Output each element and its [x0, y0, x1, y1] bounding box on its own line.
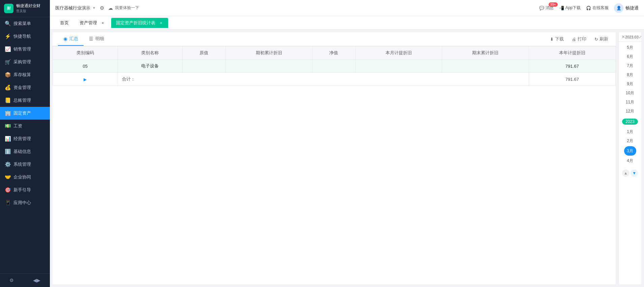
sidebar-item-label: 经营管理 [13, 136, 31, 142]
total-icon: ▶ [84, 77, 87, 82]
refresh-button[interactable]: ↻ 刷新 [592, 35, 610, 43]
sidebar-item-label: 固定资产 [13, 110, 31, 116]
date-month-10[interactable]: 10月 [619, 89, 641, 98]
date-month-5[interactable]: 5月 [619, 43, 641, 52]
date-month-12[interactable]: 12月 [619, 107, 641, 116]
sidebar-item-purchase[interactable]: 🛒 采购管理 [0, 56, 50, 68]
sidebar-item-label: 搜索菜单 [13, 21, 31, 27]
purchase-icon: 🛒 [5, 59, 11, 65]
app-label: App下载 [565, 5, 581, 11]
download-button[interactable]: ⬇ 下载 [548, 35, 566, 43]
table-row: 05 电子设备 791.67 [53, 60, 616, 73]
cell-annual: 791.67 [529, 60, 616, 73]
sidebar-item-basic-info[interactable]: ℹ️ 基础信息 [0, 145, 50, 158]
online-support-button[interactable]: 🎧 在线客服 [586, 5, 609, 11]
sidebar-item-system[interactable]: ⚙️ 系统管理 [0, 158, 50, 171]
date-nav-down[interactable]: ▼ [631, 169, 638, 177]
date-section-pre2023: 5月 6月 7月 8月 9月 10月 11月 12月 [619, 42, 641, 117]
total-annual: 791.67 [529, 73, 616, 86]
sales-icon: 📈 [5, 46, 11, 52]
sidebar-item-enterprise[interactable]: 🤝 企业协同 [0, 171, 50, 184]
sidebar-item-label: 总账管理 [13, 97, 31, 103]
logo-icon: 财 [4, 4, 13, 13]
date-month-6[interactable]: 6月 [619, 52, 641, 61]
download-label: 下载 [555, 36, 564, 42]
message-button[interactable]: 💬 消息 99+ [539, 5, 554, 11]
sidebar-item-management[interactable]: 📊 经营管理 [0, 132, 50, 145]
sidebar-item-payroll[interactable]: 💵 工资 [0, 120, 50, 132]
sidebar-item-sales[interactable]: 📈 销售管理 [0, 43, 50, 56]
col-monthly: 本月计提折旧 [355, 46, 442, 60]
tab-depreciation-label: 固定资产折旧统计表 [116, 20, 155, 26]
sidebar-item-guide[interactable]: 🎯 新手引导 [0, 184, 50, 196]
download-icon: ⬇ [550, 37, 554, 42]
year-2023-badge[interactable]: 2023 [622, 119, 638, 125]
subtab-detail-label: 明细 [95, 36, 104, 42]
subtab-summary[interactable]: ◉ 汇总 [58, 32, 84, 46]
experience-button[interactable]: ☁ 我要体验一下 [108, 5, 139, 11]
avatar: 👤 [614, 3, 623, 13]
col-name: 类别名称 [118, 46, 183, 60]
col-original: 原值 [183, 46, 226, 60]
main-area: 医疗器械行业演示 ▼ ⚙ ☁ 我要体验一下 💬 消息 99+ 📲 App下载 🎧… [50, 0, 644, 287]
sidebar-item-quick-nav[interactable]: ⚡ 快捷导航 [0, 30, 50, 43]
sidebar-item-label: 资金管理 [13, 85, 31, 91]
settings-button[interactable]: ⚙ [7, 276, 17, 284]
subtab-detail[interactable]: ☰ 明细 [84, 32, 110, 46]
panel-date-label: 2023.03 [625, 35, 639, 39]
date-month-2023-4[interactable]: 4月 [619, 156, 641, 165]
tab-depreciation-close[interactable]: × [159, 21, 163, 25]
date-month-11[interactable]: 11月 [619, 98, 641, 107]
cell-net-value [312, 60, 356, 73]
sidebar-item-fixed-assets[interactable]: 🏢 固定资产 [0, 107, 50, 120]
subtab-bar: ◉ 汇总 ☰ 明细 ⬇ 下载 🖨 打印 [53, 32, 616, 46]
cell-initial-accum [225, 60, 312, 73]
company-dropdown-icon: ▼ [92, 6, 96, 10]
refresh-label: 刷新 [600, 36, 608, 42]
settings-gear-button[interactable]: ⚙ [100, 5, 104, 11]
sidebar-item-ledger[interactable]: 📒 总账管理 [0, 94, 50, 107]
date-month-2023-2[interactable]: 2月 [619, 136, 641, 146]
tab-asset-mgmt-label: 资产管理 [80, 20, 97, 26]
app-download-button[interactable]: 📲 App下载 [559, 5, 581, 11]
tab-depreciation-report[interactable]: 固定资产折旧统计表 × [111, 18, 168, 28]
app-icon: 📲 [559, 6, 564, 10]
date-month-7[interactable]: 7月 [619, 61, 641, 70]
date-month-2023-1[interactable]: 1月 [619, 127, 641, 136]
tab-asset-mgmt[interactable]: 资产管理 × [75, 18, 110, 28]
support-label: 在线客服 [592, 5, 609, 11]
sidebar-item-app-center[interactable]: 📱 应用中心 [0, 196, 50, 209]
sidebar-item-inventory[interactable]: 📦 库存核算 [0, 68, 50, 81]
sidebar-item-finance[interactable]: 💰 资金管理 [0, 81, 50, 94]
summary-icon: ◉ [63, 36, 67, 41]
guide-icon: 🎯 [5, 187, 11, 193]
col-annual: 本年计提折旧 [529, 46, 616, 60]
sidebar-item-label: 工资 [13, 123, 22, 129]
sidebar-item-search[interactable]: 🔍 搜索菜单 [0, 17, 50, 30]
refresh-icon: ↻ [594, 37, 598, 42]
sidebar-item-label: 企业协同 [13, 174, 31, 180]
tab-asset-mgmt-close[interactable]: × [100, 21, 105, 25]
date-month-8[interactable]: 8月 [619, 70, 641, 79]
collapse-button[interactable]: ◀▶ [30, 276, 43, 284]
cell-original [183, 60, 226, 73]
sidebar-item-label: 应用中心 [13, 200, 31, 206]
tab-home[interactable]: 首页 [55, 18, 73, 28]
date-scroll[interactable]: 5月 6月 7月 8月 9月 10月 11月 12月 2023 1月 2月 3月 [619, 42, 641, 284]
total-label: 合计： [118, 73, 529, 86]
company-selector[interactable]: 医疗器械行业演示 ▼ [55, 5, 96, 11]
logo-subtitle: 普及版 [16, 9, 40, 13]
date-section-2023: 1月 2月 3月 4月 [619, 126, 641, 167]
panel-expand-button[interactable]: ⤢ [639, 34, 641, 39]
print-button[interactable]: 🖨 打印 [570, 35, 588, 43]
system-icon: ⚙️ [5, 161, 11, 167]
date-month-2023-3-selected[interactable]: 3月 [624, 146, 636, 156]
date-month-9[interactable]: 9月 [619, 79, 641, 89]
subtab-summary-label: 汇总 [69, 36, 78, 42]
table-container: 类别编码 类别名称 原值 期初累计折旧 净值 本月计提折旧 期末累计折旧 本年计… [53, 46, 616, 284]
panel-close-button[interactable]: ✕ [621, 34, 625, 39]
user-menu[interactable]: 👤 畅捷通 [614, 3, 639, 13]
total-row: ▶ 合计： 791.67 [53, 73, 616, 86]
date-nav-up[interactable]: ▲ [622, 169, 630, 177]
content-area: ◉ 汇总 ☰ 明细 ⬇ 下载 🖨 打印 [50, 30, 644, 287]
